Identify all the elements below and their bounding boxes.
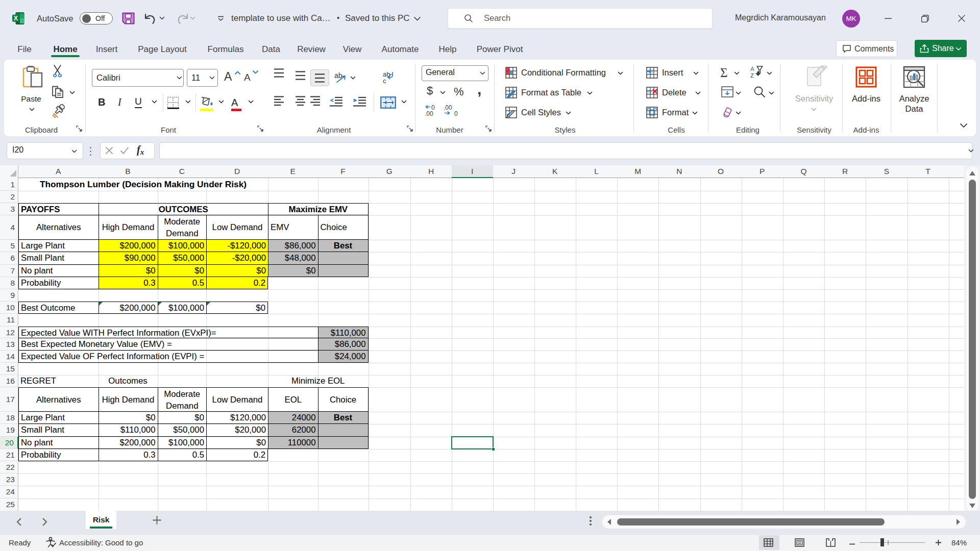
svg-text:.00: .00 bbox=[444, 105, 452, 111]
svg-text:Z: Z bbox=[750, 72, 754, 79]
svg-text:0: 0 bbox=[454, 110, 458, 116]
svg-text:c: c bbox=[383, 77, 386, 85]
svg-text:A: A bbox=[750, 66, 754, 72]
svg-text:.00: .00 bbox=[425, 110, 433, 116]
svg-text:X: X bbox=[14, 15, 18, 22]
